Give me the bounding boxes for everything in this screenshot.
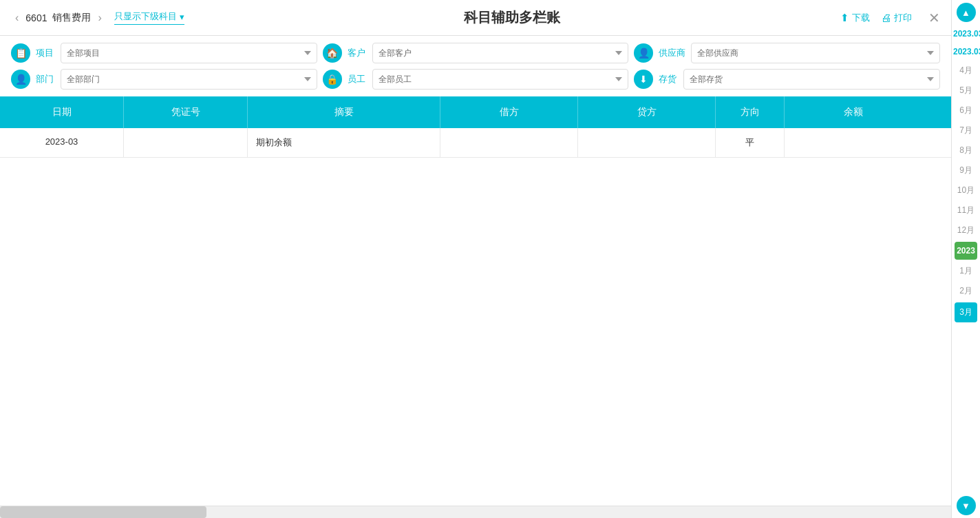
chevron-down-icon: ▾ <box>180 12 184 22</box>
col-direction: 方向 <box>716 96 785 128</box>
filter-supplier: 👤 供应商 全部供应商 <box>634 43 940 63</box>
sidebar-period-14[interactable]: 3月 <box>955 302 977 322</box>
download-button[interactable]: ⬆ 下载 <box>840 12 870 24</box>
project-label: 项目 <box>36 47 55 59</box>
page-header: ‹ 6601 销售费用 › 只显示下级科目 ▾ 科目辅助多栏账 ⬆ 下载 🖨 打… <box>0 0 951 36</box>
sidebar-period-7[interactable]: 9月 <box>952 160 980 180</box>
cell-voucher <box>124 128 248 157</box>
sidebar-period-1[interactable]: 2023.03 <box>952 43 980 61</box>
inventory-label: 存货 <box>659 73 678 85</box>
sidebar-period-13[interactable]: 2月 <box>952 281 980 301</box>
cell-debit <box>440 128 578 157</box>
filter-inventory: ⬇ 存货 全部存货 <box>634 69 940 90</box>
filter-project: 📋 项目 全部项目 <box>11 43 317 63</box>
show-sub-label: 只显示下级科目 <box>114 10 177 23</box>
project-select[interactable]: 全部项目 <box>61 43 317 63</box>
next-account-button[interactable]: › <box>94 10 105 25</box>
cell-summary: 期初余额 <box>248 128 440 157</box>
sidebar-period-12[interactable]: 1月 <box>952 261 980 281</box>
col-balance: 余额 <box>785 96 922 128</box>
employee-label: 员工 <box>348 73 367 85</box>
project-icon: 📋 <box>11 43 30 63</box>
header-actions: ⬆ 下载 🖨 打印 ✕ <box>840 10 940 26</box>
department-select[interactable]: 全部部门 <box>61 69 317 90</box>
department-icon: 👤 <box>11 70 30 89</box>
supplier-label: 供应商 <box>659 47 685 59</box>
prev-account-button[interactable]: ‹ <box>11 10 23 25</box>
table-body: 2023-03 期初余额 平 <box>0 128 951 158</box>
supplier-select[interactable]: 全部供应商 <box>691 43 940 63</box>
sidebar-period-0[interactable]: 2023.03 <box>952 25 980 43</box>
period-sidebar: ▲ 2023.03 2023.03 4月 5月 6月 7月 8月 9月 10月 … <box>951 0 980 518</box>
print-icon: 🖨 <box>881 12 891 23</box>
col-debit: 借方 <box>440 96 578 128</box>
show-sub-button[interactable]: 只显示下级科目 ▾ <box>114 10 184 25</box>
employee-icon: 🔒 <box>323 70 342 89</box>
filter-bar: 📋 项目 全部项目 🏠 客户 全部客户 👤 供应商 全部供应商 <box>0 36 951 96</box>
cell-direction: 平 <box>716 128 785 157</box>
sidebar-up-arrow[interactable]: ▲ <box>957 3 976 22</box>
horizontal-scrollbar[interactable] <box>0 506 951 518</box>
cell-credit <box>578 128 716 157</box>
download-label: 下载 <box>852 12 870 24</box>
main-table: 日期 凭证号 摘要 借方 贷方 方向 余额 2023-03 期初余额 平 <box>0 96 951 518</box>
filter-employee: 🔒 员工 全部员工 <box>323 69 629 90</box>
print-label: 打印 <box>894 12 912 24</box>
customer-icon: 🏠 <box>323 43 342 63</box>
inventory-select[interactable]: 全部存货 <box>683 69 940 90</box>
sidebar-period-10[interactable]: 12月 <box>952 220 980 240</box>
department-label: 部门 <box>36 73 55 85</box>
sidebar-period-6[interactable]: 8月 <box>952 141 980 160</box>
cell-date: 2023-03 <box>0 128 124 157</box>
sidebar-down-arrow[interactable]: ▼ <box>957 496 976 515</box>
customer-label: 客户 <box>348 47 367 59</box>
account-name: 销售费用 <box>52 12 91 24</box>
filter-department: 👤 部门 全部部门 <box>11 69 317 90</box>
sidebar-period-9[interactable]: 11月 <box>952 200 980 220</box>
sidebar-period-4[interactable]: 6月 <box>952 101 980 121</box>
table-header: 日期 凭证号 摘要 借方 贷方 方向 余额 <box>0 96 951 128</box>
download-icon: ⬆ <box>840 12 849 24</box>
supplier-icon: 👤 <box>634 43 653 63</box>
inventory-icon: ⬇ <box>634 70 653 89</box>
cell-balance <box>785 128 922 157</box>
customer-select[interactable]: 全部客户 <box>372 43 629 63</box>
sidebar-period-3[interactable]: 5月 <box>952 81 980 101</box>
sidebar-year-badge[interactable]: 2023 <box>955 242 977 260</box>
page-title: 科目辅助多栏账 <box>184 8 840 27</box>
close-button[interactable]: ✕ <box>928 10 940 26</box>
table-row[interactable]: 2023-03 期初余额 平 <box>0 128 951 158</box>
col-credit: 贷方 <box>578 96 716 128</box>
scrollbar-thumb[interactable] <box>0 506 206 518</box>
print-button[interactable]: 🖨 打印 <box>881 12 912 24</box>
col-summary: 摘要 <box>248 96 440 128</box>
col-voucher: 凭证号 <box>124 96 248 128</box>
filter-customer: 🏠 客户 全部客户 <box>323 43 629 63</box>
employee-select[interactable]: 全部员工 <box>372 69 629 90</box>
sidebar-period-2[interactable]: 4月 <box>952 61 980 81</box>
sidebar-period-8[interactable]: 10月 <box>952 180 980 200</box>
account-code: 6601 <box>25 12 47 23</box>
col-date: 日期 <box>0 96 124 128</box>
sidebar-period-5[interactable]: 7月 <box>952 121 980 141</box>
